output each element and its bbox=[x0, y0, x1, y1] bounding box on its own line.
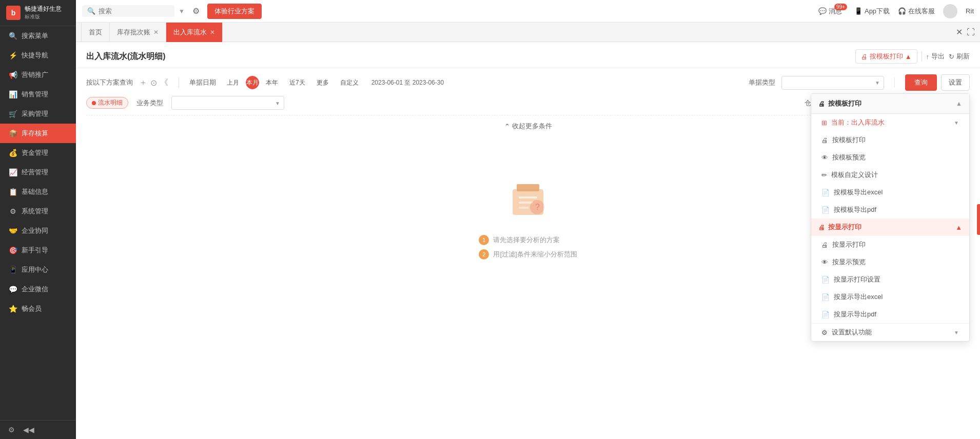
sidebar-item-purchase[interactable]: 🛒采购管理 bbox=[0, 104, 76, 124]
page-header: 出入库流水(流水明细) 🖨 按模板打印 ▲ ↑ 导出 ↻ 刷新 bbox=[76, 42, 980, 68]
date-btn-this-month[interactable]: 本月 bbox=[246, 76, 259, 89]
date-btn-this-year[interactable]: 本年 bbox=[261, 77, 283, 89]
date-btn-more[interactable]: 更多 bbox=[312, 77, 334, 89]
app-download-btn[interactable]: 📱 App下载 bbox=[854, 7, 890, 16]
dropdown-item-default-settings[interactable]: ⚙ 设置默认功能 ▼ bbox=[811, 323, 969, 341]
tab-flow-label: 出入库流水 bbox=[173, 28, 207, 37]
dropdown-item-display-print[interactable]: 🖨 按显示打印 bbox=[811, 236, 969, 253]
basic-icon: 📋 bbox=[8, 187, 17, 196]
dropdown-item-display-preview[interactable]: 👁 按显示预览 bbox=[811, 253, 969, 271]
sidebar-item-quick-nav[interactable]: ⚡快捷导航 bbox=[0, 46, 76, 65]
doc-type-field: ▼ bbox=[781, 76, 884, 90]
dropdown-item-display-print-settings[interactable]: 📄 按显示打印设置 bbox=[811, 271, 969, 288]
app-logo-icon: b bbox=[6, 6, 21, 20]
topbar: 🔍 ▼ ⚙ 体验行业方案 💬 消息 99+ 📱 App下载 🎧 在 bbox=[76, 0, 980, 23]
settings-filter-icon[interactable]: ⊙ bbox=[150, 78, 157, 88]
step1-num: 1 bbox=[479, 235, 489, 245]
print-dropdown-btn[interactable]: 🖨 按模板打印 ▲ bbox=[855, 49, 917, 64]
expand-tab-icon[interactable]: ⛶ bbox=[967, 28, 975, 37]
display-print-label: 按显示打印 bbox=[832, 240, 866, 249]
sidebar-item-cooperation[interactable]: 🤝企业协同 bbox=[0, 221, 76, 241]
sidebar-item-system[interactable]: ⚙系统管理 bbox=[0, 202, 76, 221]
date-btn-last-month[interactable]: 上月 bbox=[222, 77, 244, 89]
industry-btn[interactable]: 体验行业方案 bbox=[207, 4, 262, 19]
sidebar-item-operation[interactable]: 📈经营管理 bbox=[0, 163, 76, 182]
refresh-btn[interactable]: ↻ 刷新 bbox=[949, 52, 970, 61]
step2-num: 2 bbox=[479, 249, 489, 260]
query-btn[interactable]: 查询 bbox=[905, 74, 937, 91]
sidebar-item-label-guide: 新手引导 bbox=[22, 246, 48, 255]
business-type-select[interactable] bbox=[171, 96, 284, 110]
date-btn-custom[interactable]: 自定义 bbox=[336, 77, 363, 89]
sidebar-item-label-app-center: 应用中心 bbox=[22, 265, 48, 274]
collapse-filter-icon[interactable]: 《 bbox=[160, 77, 168, 88]
settings-icon[interactable]: ⚙ bbox=[8, 426, 15, 434]
dropdown-close-icon[interactable]: ▲ bbox=[956, 100, 962, 107]
brand-sub: 标准版 bbox=[25, 13, 62, 21]
sidebar-item-membership[interactable]: ⭐畅会员 bbox=[0, 299, 76, 318]
username-label[interactable]: Rit bbox=[966, 7, 974, 15]
tab-flow-close[interactable]: ✕ bbox=[210, 29, 215, 36]
tab-batch[interactable]: 库存批次账 ✕ bbox=[110, 23, 166, 42]
close-all-tabs-icon[interactable]: ✕ bbox=[956, 27, 963, 37]
add-filter-icon[interactable]: ＋ bbox=[139, 77, 147, 88]
export-btn[interactable]: ↑ 导出 bbox=[926, 52, 945, 61]
dropdown-item-template-preview[interactable]: 👁 按模板预览 bbox=[811, 149, 969, 166]
collapse-icon[interactable]: ◀◀ bbox=[23, 426, 34, 434]
sidebar-item-finance[interactable]: 💰资金管理 bbox=[0, 143, 76, 163]
sidebar-item-guide[interactable]: 🎯新手引导 bbox=[0, 241, 76, 260]
sidebar-item-basic[interactable]: 📋基础信息 bbox=[0, 182, 76, 202]
search-chevron-icon[interactable]: ▼ bbox=[179, 8, 185, 15]
template-pdf-icon: 📄 bbox=[821, 206, 830, 214]
dropdown-item-display-pdf[interactable]: 📄 按显示导出pdf bbox=[811, 306, 969, 323]
sidebar-logo: b 畅捷通好生意 标准版 bbox=[0, 0, 76, 26]
default-settings-chevron: ▼ bbox=[954, 330, 959, 335]
dropdown-item-template-pdf[interactable]: 📄 按模板导出pdf bbox=[811, 201, 969, 218]
topbar-search-box[interactable]: 🔍 bbox=[82, 5, 174, 17]
tab-home[interactable]: 首页 bbox=[81, 23, 110, 42]
business-type-field: ▼ bbox=[171, 96, 284, 110]
dropdown-item-template-excel[interactable]: 📄 按模板导出excel bbox=[811, 184, 969, 201]
template-custom-label: 模板自定义设计 bbox=[831, 170, 878, 179]
sidebar-item-inventory[interactable]: 📦库存核算 bbox=[0, 124, 76, 143]
template-excel-label: 按模板导出excel bbox=[834, 188, 883, 197]
dropdown-current[interactable]: ⊞ 当前：出入库流水 ▼ bbox=[811, 114, 969, 131]
empty-step-1: 1 请先选择要分析的方案 bbox=[479, 235, 577, 245]
tab-batch-close[interactable]: ✕ bbox=[153, 29, 159, 36]
chip-dot bbox=[92, 101, 96, 105]
sidebar-item-label-sales: 销售管理 bbox=[22, 90, 48, 99]
date-range-text: 2023-06-01 至 2023-06-30 bbox=[371, 78, 444, 87]
display-excel-label: 按显示导出excel bbox=[834, 292, 883, 302]
gear-icon[interactable]: ⚙ bbox=[189, 4, 203, 18]
right-edge-bar bbox=[977, 204, 980, 235]
tab-flow[interactable]: 出入库流水 ✕ bbox=[166, 23, 223, 42]
business-type-label: 业务类型 bbox=[136, 98, 163, 108]
purchase-icon: 🛒 bbox=[8, 109, 17, 118]
settings-btn[interactable]: 设置 bbox=[941, 74, 970, 91]
collapse-label: 收起更多条件 bbox=[512, 122, 552, 131]
sidebar-item-search[interactable]: 🔍搜索菜单 bbox=[0, 26, 76, 46]
print-chevron-icon: ▲ bbox=[905, 53, 912, 61]
sidebar-item-marketing[interactable]: 📢营销推广 bbox=[0, 65, 76, 85]
sidebar-item-label-finance: 资金管理 bbox=[22, 148, 48, 157]
tab-home-label: 首页 bbox=[89, 28, 102, 37]
avatar[interactable] bbox=[943, 4, 957, 18]
dropdown-item-template-custom[interactable]: ✏ 模板自定义设计 bbox=[811, 166, 969, 184]
empty-step-2: 2 用[过滤]条件来缩小分析范围 bbox=[479, 249, 577, 260]
search-input[interactable] bbox=[99, 7, 160, 15]
date-btn-7days[interactable]: 近7天 bbox=[285, 77, 310, 89]
display-pdf-label: 按显示导出pdf bbox=[834, 310, 876, 319]
sidebar-item-sales[interactable]: 📊销售管理 bbox=[0, 85, 76, 104]
dropdown-item-template-print[interactable]: 🖨 按模板打印 bbox=[811, 131, 969, 149]
online-service-btn[interactable]: 🎧 在线客服 bbox=[898, 7, 935, 16]
operation-icon: 📈 bbox=[8, 168, 17, 177]
sidebar-item-app-center[interactable]: 📱应用中心 bbox=[0, 260, 76, 280]
messages-btn[interactable]: 💬 消息 99+ bbox=[818, 7, 842, 16]
display-section-header[interactable]: 🖨 按显示打印 ▲ bbox=[811, 218, 969, 236]
marketing-icon: 📢 bbox=[8, 70, 17, 79]
sidebar-item-wecom[interactable]: 💬企业微信 bbox=[0, 280, 76, 299]
doc-type-select[interactable] bbox=[781, 76, 884, 90]
display-preview-label: 按显示预览 bbox=[832, 257, 866, 267]
app-download-icon: 📱 bbox=[854, 7, 863, 15]
dropdown-item-display-excel[interactable]: 📄 按显示导出excel bbox=[811, 288, 969, 306]
